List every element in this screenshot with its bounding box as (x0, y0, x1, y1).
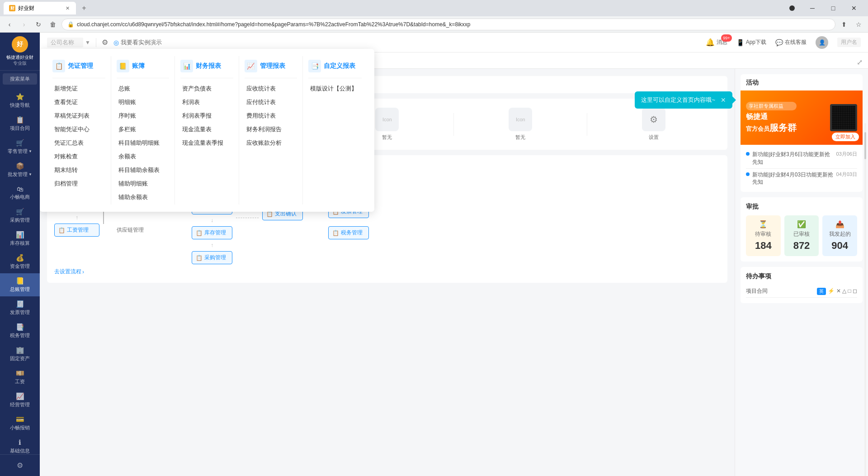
menu-item-general-ledger[interactable]: 总账 (117, 82, 170, 95)
menu-item-voucher-summary[interactable]: 凭证汇总表 (52, 136, 105, 150)
sidebar-item-assets[interactable]: 🏢 固定资产 (0, 343, 40, 366)
icon-box-3: Icon (375, 108, 399, 131)
search-menu-button[interactable]: 搜索菜单 (3, 73, 37, 85)
sidebar-item-invoice[interactable]: 🧾 发票管理 (0, 296, 40, 319)
menu-item-cashflow-quarterly[interactable]: 现金流量表季报 (180, 136, 233, 150)
bookmark-icon[interactable]: ☆ (853, 19, 864, 30)
sidebar-item-expense[interactable]: 💳 小畅报销 (0, 412, 40, 435)
payroll-node[interactable]: 📋 工资管理 (54, 224, 99, 237)
menu-item-aux-balance[interactable]: 辅助余额表 (117, 190, 170, 204)
menu-item-subject-detail[interactable]: 科目辅助明细账 (117, 136, 170, 150)
join-group-button[interactable]: 立即加入 (832, 133, 859, 141)
company-selector[interactable]: 公司名称 ▼ (47, 38, 90, 48)
scroll-thumb[interactable] (864, 132, 866, 159)
ecommerce-icon: 🛍 (17, 185, 24, 193)
purchase-node-label: 采购管理 (204, 254, 226, 262)
page-share-icon[interactable]: ⬆ (838, 19, 850, 30)
go-setup-flow[interactable]: 去设置流程 › (54, 268, 720, 276)
menu-item-balance[interactable]: 余额表 (117, 150, 170, 163)
close-tab-icon[interactable]: ✕ (64, 5, 71, 11)
basic-label: 基础信息 (10, 447, 30, 454)
retail-label: 零售管理▼ (8, 148, 32, 155)
sidebar-item-project[interactable]: 📋 项目合同 (0, 112, 40, 135)
menu-item-smart-voucher[interactable]: 智能凭证中心 (52, 123, 105, 136)
demo-link[interactable]: ◎ 我要看实例演示 (113, 38, 162, 47)
close-window-button[interactable]: ✕ (844, 0, 864, 16)
todo-title: 待办事项 (746, 272, 857, 281)
menu-item-payable-stats[interactable]: 应付统计表 (245, 95, 297, 109)
tooltip-close-icon[interactable]: ✕ (721, 96, 726, 104)
menu-item-multi-col[interactable]: 多栏账 (117, 123, 170, 136)
menu-item-subject-balance[interactable]: 科目辅助余额表 (117, 163, 170, 177)
inventory-label: 库存核算 (10, 240, 30, 247)
menu-item-receivable-analysis[interactable]: 应收账款分析 (245, 136, 297, 150)
nav-refresh[interactable]: ↻ (33, 19, 44, 30)
nav-forward[interactable]: › (18, 19, 30, 30)
todo-item-1[interactable]: 项目合同 英 ⚡ ✕ △ □ ◻ (746, 285, 857, 298)
menu-item-archive[interactable]: 归档管理 (52, 177, 105, 190)
sent-value: 904 (831, 240, 848, 252)
online-service-label: 在线客服 (785, 38, 807, 46)
menu-item-income-statement[interactable]: 利润表 (180, 95, 233, 109)
browser-tab[interactable]: 财 好业财 ✕ (4, 2, 76, 14)
approval-card-sent[interactable]: 📤 我发起的 904 (822, 215, 857, 256)
activity-item-1[interactable]: 新功能|好业财3月6日功能更新抢先知 03月06日 (746, 148, 857, 169)
bell-icon: 🔔 (706, 38, 715, 47)
menu-item-detail-ledger[interactable]: 明细账 (117, 95, 170, 109)
sidebar-item-retail[interactable]: 🛒 零售管理▼ (0, 135, 40, 158)
menu-item-profit-report[interactable]: 财务利润报告 (245, 123, 297, 136)
custom-section-title: 自定义报表 (324, 62, 355, 70)
menu-item-expense-stats[interactable]: 费用统计表 (245, 109, 297, 123)
tax-mgmt-node[interactable]: 📋 税务管理 (328, 226, 369, 239)
sidebar-item-purchase[interactable]: 🛒 采购管理 (0, 204, 40, 227)
address-bar[interactable]: 🔒 cloud.chanjet.com/cc/u6d89qwnryel/57bf… (61, 19, 835, 30)
sidebar-settings-icon[interactable]: ⚙ (14, 458, 26, 472)
nav-home-delete[interactable]: 🗑 (47, 19, 59, 30)
expand-icon[interactable]: ⤢ (857, 58, 863, 68)
menu-item-reconcile[interactable]: 对账检查 (52, 150, 105, 163)
menu-item-draft-voucher[interactable]: 草稿凭证列表 (52, 109, 105, 123)
activity-dot-2 (746, 172, 750, 176)
nav-back[interactable]: ‹ (4, 19, 15, 30)
sidebar-item-fund[interactable]: 💰 资金管理 (0, 250, 40, 273)
menu-item-income-quarterly[interactable]: 利润表季报 (180, 109, 233, 123)
topbar-settings-icon[interactable]: ⚙ (102, 38, 108, 47)
sidebar-item-tax[interactable]: 📑 税务管理 (0, 319, 40, 343)
todo-label-1: 项目合同 (746, 287, 768, 295)
minimize-button[interactable]: ─ (802, 0, 823, 16)
app-download-button[interactable]: 📱 App下载 (736, 38, 766, 46)
menu-item-add-voucher[interactable]: 新增凭证 (52, 82, 105, 95)
messages-button[interactable]: 🔔 消息 99+ (706, 38, 727, 47)
icon-item-4[interactable]: Icon 暂无 (454, 104, 587, 144)
menu-item-balance-sheet[interactable]: 资产负债表 (180, 82, 233, 95)
maximize-button[interactable]: □ (823, 0, 844, 16)
menu-item-aux-detail[interactable]: 辅助明细账 (117, 177, 170, 190)
menu-item-receivable-stats[interactable]: 应收统计表 (245, 82, 297, 95)
menu-item-chronological[interactable]: 序时账 (117, 109, 170, 123)
sidebar-item-shortcuts[interactable]: ⭐ 快捷导航 (0, 89, 40, 112)
sidebar-item-payroll[interactable]: 💴 工资 (0, 366, 40, 389)
menu-item-period-end[interactable]: 期末结转 (52, 163, 105, 177)
address-bar-row: ‹ › ↻ 🗑 🔒 cloud.chanjet.com/cc/u6d89qwnr… (0, 16, 868, 33)
purchase-node[interactable]: 📋 采购管理 (192, 251, 232, 264)
sidebar-item-inventory[interactable]: 📊 库存核算 (0, 227, 40, 250)
menu-item-cashflow[interactable]: 现金流量表 (180, 123, 233, 136)
sidebar-item-wholesale[interactable]: 📦 批发管理▼ (0, 158, 40, 181)
online-service-button[interactable]: 💬 在线客服 (775, 38, 807, 46)
inventory-node[interactable]: 📋 库存管理 (192, 226, 232, 239)
sidebar-item-basic[interactable]: ℹ 基础信息 (0, 435, 40, 454)
new-tab-button[interactable]: + (78, 2, 90, 14)
activity-banner[interactable]: 享社群专属权益 畅捷通 官方会员服务群 立即加入 (741, 90, 863, 145)
menu-item-template-design[interactable]: 模版设计【公测】 (308, 82, 362, 95)
sidebar-item-ledger[interactable]: 📒 总账管理 (0, 273, 40, 296)
sidebar-item-operations[interactable]: 📈 经营管理 (0, 389, 40, 412)
activity-dot-1 (746, 152, 750, 156)
sidebar-item-ecommerce[interactable]: 🛍 小畅电商 (0, 181, 40, 204)
approval-card-pending[interactable]: ⏳ 待审核 184 (746, 215, 781, 256)
user-avatar[interactable]: 👤 (816, 36, 828, 49)
icon-item-settings[interactable]: ⚙ 设置 (587, 104, 720, 144)
approval-card-approved[interactable]: ✅ 已审核 872 (784, 215, 819, 256)
activity-item-2[interactable]: 新功能|好业财4月03日功能更新抢先知 04月03日 (746, 169, 857, 189)
menu-item-view-voucher[interactable]: 查看凭证 (52, 95, 105, 109)
inventory-node-label: 库存管理 (204, 229, 226, 237)
